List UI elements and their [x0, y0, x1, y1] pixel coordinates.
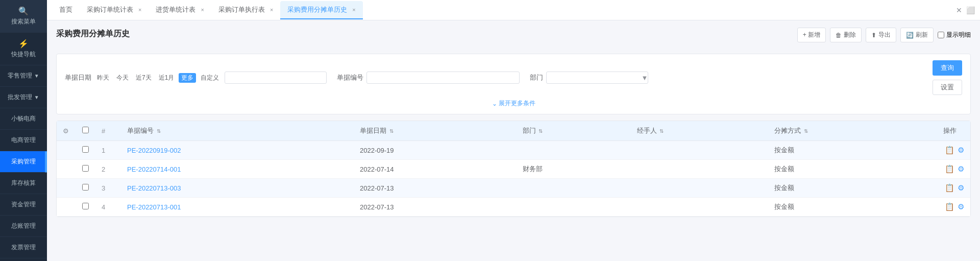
search-panel: 单据日期 昨天 今天 近7天 近1月 更多 自定义 2022-01-01 至 2…	[56, 54, 971, 114]
bill-no-link-2[interactable]: PE-20220713-003	[127, 184, 181, 192]
row-action-3: 📋 ⚙	[929, 198, 970, 217]
sidebar-item-purchase[interactable]: 采购管理	[0, 151, 47, 173]
more-action-icon-1[interactable]: ⚙	[958, 164, 964, 174]
row-action-0: 📋 ⚙	[929, 141, 970, 160]
row-checkbox-cell-2	[75, 179, 95, 198]
row-checkbox-cell-0	[75, 141, 95, 160]
row-checkbox-1[interactable]	[82, 165, 89, 172]
sidebar-item-ecom[interactable]: 电商管理	[0, 130, 47, 151]
dept-label: 部门	[530, 73, 543, 82]
col-split-method[interactable]: 分摊方式 ⇅	[768, 121, 929, 141]
date-label: 单据日期	[65, 73, 91, 82]
col-bill-date[interactable]: 单据日期 ⇅	[354, 121, 517, 141]
close-tab-inbound-stats[interactable]: ×	[201, 7, 204, 13]
close-all-tabs-icon[interactable]: ✕	[956, 6, 962, 14]
tab-bar: 首页 采购订单统计表 × 进货单统计表 × 采购订单执行表 × 采购费用分摊单历…	[47, 0, 980, 20]
expand-row: ⌄ 展开更多条件	[65, 99, 962, 108]
main-area: 首页 采购订单统计表 × 进货单统计表 × 采购订单执行表 × 采购费用分摊单历…	[47, 0, 980, 261]
more-action-icon-2[interactable]: ⚙	[958, 183, 964, 193]
tab-inbound-stats-label: 进货单统计表	[156, 5, 195, 14]
row-settings-1[interactable]	[57, 160, 75, 179]
bill-no-link-1[interactable]: PE-20220714-001	[127, 165, 181, 173]
7days-btn[interactable]: 近7天	[133, 73, 154, 83]
col-num: #	[95, 121, 121, 141]
bill-no-input[interactable]	[366, 72, 520, 84]
tab-purchase-fee-split[interactable]: 采购费用分摊单历史 ×	[280, 1, 362, 19]
sidebar-item-invoice[interactable]: 发票管理	[0, 237, 47, 258]
edit-icon-2[interactable]: 📋	[945, 183, 954, 193]
row-checkbox-3[interactable]	[82, 203, 89, 209]
sort-bill-date-icon[interactable]: ⇅	[389, 128, 394, 134]
toggle-cols-label[interactable]: 显示明细	[938, 28, 971, 42]
more-action-icon-0[interactable]: ⚙	[958, 146, 964, 155]
col-handler[interactable]: 经手人 ⇅	[631, 121, 769, 141]
date-range-input[interactable]: 2022-01-01 至 2022-12-31	[225, 72, 327, 84]
tab-inbound-stats[interactable]: 进货单统计表 ×	[149, 1, 211, 19]
row-handler-1	[631, 160, 769, 179]
sidebar-item-quicknav[interactable]: ⚡ 快捷导航	[0, 33, 47, 65]
edit-icon-0[interactable]: 📋	[945, 146, 954, 155]
mini-label: 小畅电商	[11, 115, 36, 122]
sidebar-item-wholesale[interactable]: 批发管理 ▼	[0, 87, 47, 108]
row-split-method-1: 按金额	[768, 160, 929, 179]
sidebar-item-ledger[interactable]: 总账管理	[0, 216, 47, 237]
edit-icon-3[interactable]: 📋	[945, 202, 954, 211]
yesterday-btn[interactable]: 昨天	[94, 73, 112, 83]
sidebar-item-mini[interactable]: 小畅电商	[0, 108, 47, 130]
1month-btn[interactable]: 近1月	[156, 73, 177, 83]
tab-purchase-order-exec[interactable]: 采购订单执行表 ×	[211, 1, 280, 19]
dept-dropdown-icon[interactable]: ▼	[641, 74, 648, 82]
expand-button[interactable]: ⌄ 展开更多条件	[492, 99, 535, 108]
select-all-checkbox[interactable]	[82, 127, 89, 133]
row-settings-0[interactable]	[57, 141, 75, 160]
sidebar-item-finance[interactable]: 资金管理	[0, 194, 47, 216]
bill-no-link-0[interactable]: PE-20220919-002	[127, 147, 181, 154]
chevron-down-icon: ▼	[34, 73, 39, 79]
sort-handler-icon[interactable]: ⇅	[659, 128, 664, 134]
row-checkbox-0[interactable]	[82, 146, 89, 153]
today-btn[interactable]: 今天	[114, 73, 131, 83]
query-button[interactable]: 查询	[933, 60, 962, 76]
row-bill-date-2: 2022-07-13	[354, 179, 517, 198]
dept-input[interactable]	[546, 72, 648, 84]
more-btn[interactable]: 更多	[179, 73, 196, 83]
sort-bill-no-icon[interactable]: ⇅	[157, 128, 161, 134]
sidebar-item-retail[interactable]: 零售管理 ▼	[0, 65, 47, 87]
custom-btn[interactable]: 自定义	[198, 73, 222, 83]
tab-purchase-order-stats[interactable]: 采购订单统计表 ×	[80, 1, 149, 19]
toolbar: + 新增 🗑 删除 ⬆ 导出 🔄 刷新 显示明细	[797, 28, 971, 42]
row-settings-3[interactable]	[57, 198, 75, 217]
maximize-icon[interactable]: ⬜	[966, 6, 975, 14]
sort-dept-icon[interactable]: ⇅	[538, 128, 543, 134]
col-dept[interactable]: 部门 ⇅	[517, 121, 631, 141]
row-checkbox-cell-1	[75, 160, 95, 179]
row-checkbox-2[interactable]	[82, 184, 89, 191]
setting-button[interactable]: 设置	[933, 80, 962, 95]
more-action-icon-3[interactable]: ⚙	[958, 202, 964, 211]
sidebar-item-inventory[interactable]: 库存核算	[0, 173, 47, 194]
col-bill-no[interactable]: 单据编号 ⇅	[121, 121, 354, 141]
query-btns: 查询 设置	[933, 60, 962, 95]
close-tab-purchase-order-exec[interactable]: ×	[270, 7, 273, 13]
tab-home[interactable]: 首页	[52, 1, 80, 19]
sidebar-item-search[interactable]: 🔍 搜索菜单	[0, 0, 47, 33]
date-range-btns: 昨天 今天 近7天 近1月 更多 自定义	[94, 73, 222, 83]
search-row: 单据日期 昨天 今天 近7天 近1月 更多 自定义 2022-01-01 至 2…	[65, 60, 962, 95]
sort-split-method-icon[interactable]: ⇅	[804, 128, 808, 134]
close-tab-purchase-fee-split[interactable]: ×	[352, 7, 355, 13]
toggle-cols-checkbox[interactable]	[938, 32, 944, 38]
row-settings-2[interactable]	[57, 179, 75, 198]
delete-button[interactable]: 🗑 删除	[830, 28, 862, 42]
row-bill-date-1: 2022-07-14	[354, 160, 517, 179]
export-icon: ⬆	[871, 32, 876, 39]
bill-no-link-3[interactable]: PE-20220713-001	[127, 203, 181, 211]
refresh-button[interactable]: 🔄 刷新	[900, 28, 934, 42]
add-button[interactable]: + 新增	[797, 28, 826, 42]
edit-icon-1[interactable]: 📋	[945, 164, 954, 174]
export-button[interactable]: ⬆ 导出	[866, 28, 896, 42]
row-num-0: 1	[95, 141, 121, 160]
col-settings[interactable]: ⚙	[57, 121, 75, 141]
close-tab-purchase-order-stats[interactable]: ×	[138, 7, 141, 13]
chevron-down-icon: ▼	[34, 94, 39, 100]
row-handler-3	[631, 198, 769, 217]
